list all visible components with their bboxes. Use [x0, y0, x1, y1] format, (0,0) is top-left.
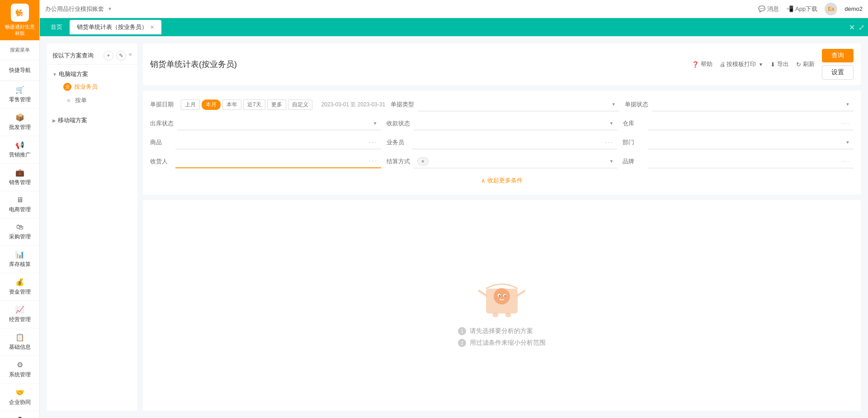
- sidebar-item-purchase[interactable]: 🛍 采购管理: [0, 218, 39, 246]
- goods-more-icon[interactable]: ···: [368, 138, 377, 147]
- svg-text:畅: 畅: [15, 9, 23, 17]
- export-button[interactable]: ⬇ 导出: [770, 60, 789, 68]
- sidebar-item-retail[interactable]: 🛒 零售管理: [0, 81, 39, 109]
- tip-label-2: 用过滤条件来缩小分析范围: [470, 339, 546, 347]
- sidebar-item-wholesale[interactable]: 📦 批发管理: [0, 109, 39, 136]
- page-header-actions: ❓ 帮助 🖨 按模板打印 ▼ ⬇ 导出 ↻ 刷新: [692, 49, 854, 80]
- salesman-more-icon[interactable]: ···: [605, 138, 613, 147]
- sidebar-nav-quick[interactable]: 快捷导航: [0, 63, 39, 78]
- tab-expand-icon[interactable]: ⤢: [859, 23, 864, 32]
- svg-point-3: [494, 288, 510, 304]
- empty-tips: 1 请先选择要分析的方案 2 用过滤条件来缩小分析范围: [458, 327, 546, 347]
- app-download-label: App下载: [795, 5, 817, 13]
- collapse-more-button[interactable]: ∧ 收起更多条件: [150, 174, 854, 187]
- settle-select[interactable]: × ▼: [414, 155, 618, 168]
- date-label: 单据日期: [150, 100, 174, 109]
- tab-close-icon[interactable]: ✕: [150, 24, 154, 30]
- filter-date: 单据日期 上月 本月 本年 近7天 更多 自定义 2023-03-01 至 20…: [150, 100, 385, 110]
- edit-scheme-button[interactable]: ✎: [116, 51, 126, 61]
- brand-label: 品牌: [623, 157, 644, 166]
- date-btn-last-7days[interactable]: 近7天: [243, 100, 265, 110]
- sidebar-item-finance[interactable]: 💰 资金管理: [0, 273, 39, 301]
- collapse-up-icon: ∧: [481, 177, 486, 184]
- message-icon: 💬: [758, 5, 765, 12]
- user-avatar[interactable]: Ea: [825, 3, 837, 15]
- out-status-select[interactable]: ▼: [177, 117, 381, 130]
- sidebar-item-sales[interactable]: 💼 销售管理: [0, 164, 39, 191]
- filter-collect-status: 收款状态 ▼: [387, 117, 618, 130]
- filter-row-4: 收货人 ··· 结算方式 × ▼: [150, 155, 854, 168]
- filter-form: 单据日期 上月 本月 本年 近7天 更多 自定义 2023-03-01 至 20…: [143, 90, 861, 195]
- sidebar-item-enterprise[interactable]: 🤝 企业协同: [0, 384, 39, 411]
- basic-info-icon: 📋: [15, 333, 24, 342]
- sidebar-item-inventory[interactable]: 📊 库存核算: [0, 246, 39, 273]
- consignee-input[interactable]: ···: [175, 155, 381, 168]
- export-icon: ⬇: [770, 61, 775, 68]
- date-range-display: 2023-03-01 至 2023-03-31: [321, 101, 385, 109]
- warehouse-input[interactable]: ···: [648, 117, 854, 130]
- svg-rect-11: [505, 313, 511, 317]
- consignee-more-icon[interactable]: ···: [368, 157, 377, 165]
- retail-label: 零售管理: [9, 96, 31, 104]
- page-header: 销货单统计表(按业务员) ❓ 帮助 🖨 按模板打印 ▼ ⬇ 导出: [143, 43, 861, 85]
- scheme-group-mobile-title[interactable]: ▶ 移动端方案: [52, 114, 132, 126]
- collect-status-select[interactable]: ▼: [414, 117, 618, 130]
- date-btn-this-year[interactable]: 本年: [222, 100, 241, 110]
- print-button[interactable]: 🖨 按模板打印 ▼: [720, 60, 763, 68]
- scheme-item-order[interactable]: ≡ 按单: [52, 94, 132, 107]
- tab-sales-stats[interactable]: 销货单统计表（按业务员） ✕: [70, 20, 161, 34]
- tab-close-all-icon[interactable]: ✕: [849, 23, 855, 32]
- wholesale-label: 批发管理: [9, 124, 31, 131]
- svg-point-6: [499, 295, 500, 297]
- dept-select[interactable]: ▼: [648, 136, 854, 149]
- logo-icon: 畅: [11, 4, 29, 22]
- sidebar-item-ecommerce[interactable]: 🖥 电商管理: [0, 191, 39, 218]
- user-name[interactable]: demo2: [844, 5, 863, 12]
- add-scheme-button[interactable]: +: [104, 51, 113, 61]
- doc-status-select[interactable]: ▼: [652, 98, 854, 111]
- search-menu-label[interactable]: 搜索菜单: [10, 45, 30, 55]
- operations-icon: 📈: [15, 305, 24, 314]
- sales-stats-tab-label: 销货单统计表（按业务员）: [77, 23, 147, 31]
- warehouse-more-icon[interactable]: ···: [841, 119, 850, 128]
- doc-type-select[interactable]: ▼: [418, 98, 619, 111]
- sidebar-item-operations[interactable]: 📈 经营管理: [0, 301, 39, 328]
- breadcrumb: 办公用品行业模拟账套: [45, 5, 104, 13]
- help-button[interactable]: ❓ 帮助: [692, 60, 712, 68]
- query-button[interactable]: 查询: [822, 49, 854, 62]
- sidebar-search-section: 搜索菜单: [0, 40, 39, 60]
- sidebar-item-basic-info[interactable]: 📋 基础信息: [0, 328, 39, 356]
- out-status-label: 出库状态: [150, 119, 174, 128]
- date-btn-last-month[interactable]: 上月: [181, 100, 200, 110]
- scheme-group-pc-title[interactable]: ▼ 电脑端方案: [52, 68, 132, 80]
- settings-button[interactable]: 设置: [822, 65, 854, 80]
- sidebar-item-newbie[interactable]: 🎓 新手引导: [0, 411, 39, 418]
- enterprise-label: 企业协同: [9, 399, 31, 406]
- settle-tag-x-icon[interactable]: ×: [421, 158, 425, 165]
- filter-doc-status: 单据状态 ▼: [625, 98, 854, 111]
- scheme-salesman-icon: 业: [63, 83, 71, 91]
- refresh-button[interactable]: ↻ 刷新: [796, 60, 815, 68]
- message-button[interactable]: 💬 消息: [758, 5, 779, 13]
- date-btn-custom[interactable]: 自定义: [288, 100, 312, 110]
- collapse-panel-button[interactable]: «: [129, 51, 132, 61]
- breadcrumb-dropdown-icon[interactable]: ▼: [108, 6, 112, 11]
- tab-home[interactable]: 首页: [43, 20, 70, 34]
- print-dropdown-icon[interactable]: ▼: [759, 62, 763, 67]
- help-label: 帮助: [701, 60, 712, 68]
- scheme-item-salesman[interactable]: 业 按业务员: [52, 80, 132, 94]
- app-logo[interactable]: 畅 畅捷通好生意 标版: [0, 0, 39, 40]
- date-btn-this-month[interactable]: 本月: [202, 100, 221, 110]
- brand-more-icon[interactable]: ···: [841, 157, 850, 166]
- app-download-button[interactable]: 📲 App下载: [786, 5, 817, 13]
- order-sub-icon: ≡: [67, 97, 71, 104]
- salesman-input[interactable]: ···: [412, 136, 618, 149]
- brand-input[interactable]: ···: [648, 155, 854, 168]
- goods-input[interactable]: ···: [175, 136, 381, 149]
- sidebar-item-marketing[interactable]: 📢 营销推广: [0, 136, 39, 164]
- settle-tag[interactable]: ×: [417, 157, 429, 166]
- settle-label: 结算方式: [387, 157, 410, 166]
- date-btn-more[interactable]: 更多: [267, 100, 286, 110]
- sidebar-item-system[interactable]: ⚙ 系统管理: [0, 356, 39, 384]
- date-buttons: 上月 本月 本年 近7天 更多 自定义: [181, 100, 312, 110]
